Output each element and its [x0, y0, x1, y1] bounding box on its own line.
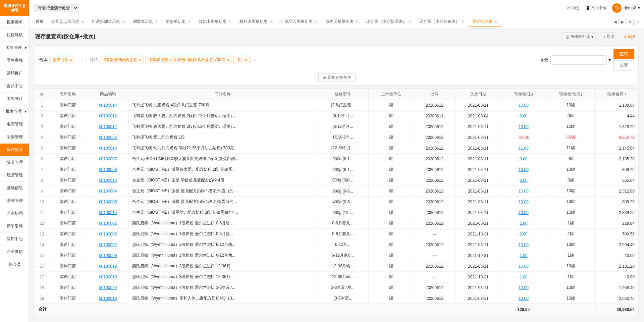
sidebar-item-operations[interactable]: 经营管理 — [0, 169, 29, 182]
row-qty-main[interactable]: 1.00 — [501, 272, 546, 282]
export-button[interactable]: ↑ 导出 — [600, 32, 618, 41]
tab-close-product_in[interactable]: ✕ — [314, 19, 318, 24]
sidebar-item-retail_shop[interactable]: 零售商城 — [0, 54, 29, 67]
sidebar-item-vip[interactable]: 畅会员 — [0, 258, 29, 271]
tab-close-other_out[interactable]: ✕ — [228, 19, 232, 24]
tab-unpack[interactable]: 组装拆卸单历史✕ — [89, 17, 129, 27]
amount-info-icon[interactable]: ℹ — [625, 92, 626, 96]
row-qty-main[interactable]: 9.00 — [501, 154, 546, 164]
tab-home[interactable]: 首页 — [32, 17, 47, 27]
sidebar-item-stats[interactable]: 零售统计 — [0, 93, 29, 105]
sidebar-item-system[interactable]: 系统管理 — [0, 195, 29, 207]
tab-inventory_status[interactable]: 现存量（库存状况表）✕ — [363, 17, 415, 27]
row-code[interactable]: 00100012 — [87, 111, 129, 121]
product-tag-2[interactable]: 飞...✕ — [233, 56, 251, 64]
row-qty-main[interactable]: 10.00 — [501, 239, 546, 250]
tab-maximize[interactable]: ⤢ — [634, 19, 641, 25]
tab-batch_ledger[interactable]: 库存批次账✕ — [469, 17, 501, 27]
tab-close-batch_ledger[interactable]: ✕ — [494, 19, 498, 24]
row-qty-main[interactable]: 3.00 — [501, 175, 546, 186]
row-qty-main[interactable]: 1.00 — [501, 218, 546, 229]
row-code[interactable]: 00100002 — [87, 239, 129, 250]
row-code[interactable]: 00100002 — [87, 218, 129, 229]
warehouse-tag[interactable]: 南岸门店 ✕ — [49, 56, 75, 64]
sidebar-item-wholesale[interactable]: 批发管理▾ — [0, 105, 29, 118]
refresh-button[interactable]: ↺ 刷新 — [621, 33, 639, 41]
row-qty-main[interactable]: 11.00 — [501, 143, 546, 154]
row-qty-main[interactable]: 10.00 — [501, 197, 546, 207]
row-code[interactable]: 00100016 — [87, 175, 129, 186]
warehouse-remove-icon[interactable]: ✕ — [69, 58, 72, 62]
row-code[interactable]: 00100015 — [87, 207, 129, 218]
row-qty-main[interactable]: 10.00 — [501, 121, 546, 132]
product-tag-0[interactable]: 飞鹤奶粉3段两提装✕ — [100, 56, 144, 64]
row-qty-main[interactable]: 10.00 — [501, 100, 546, 111]
color-input[interactable] — [550, 55, 607, 65]
tab-other_out[interactable]: 其他出库单历史✕ — [195, 17, 235, 27]
row-code[interactable]: 00100008 — [87, 164, 129, 175]
row-code[interactable]: 00100019 — [87, 261, 129, 272]
sidebar-item-corp[interactable]: 企业协同 — [0, 207, 29, 220]
user-menu[interactable]: Ea demo2 ▾ — [612, 3, 640, 13]
tab-close-transfer[interactable]: ✕ — [154, 19, 158, 24]
tab-close-distribute[interactable]: ✕ — [80, 19, 85, 24]
sidebar-item-basic[interactable]: 基础信息 — [0, 182, 29, 195]
tab-transfer[interactable]: 调拨单历史✕ — [129, 17, 162, 27]
app-download-button[interactable]: 📱 App下载 — [585, 5, 607, 11]
row-qty-main[interactable]: 10.00 — [501, 261, 546, 272]
row-code[interactable]: 00100012 — [87, 121, 129, 132]
product-more-button[interactable]: ··· — [253, 57, 259, 63]
sidebar-item-purchase[interactable]: 采购管理 — [0, 131, 29, 144]
account-selector[interactable]: 母婴行业演示账套 — [34, 4, 78, 12]
row-code[interactable]: 00100007 — [87, 154, 129, 164]
sidebar-item-inventory[interactable]: 库存核算 — [0, 144, 29, 156]
row-qty-main[interactable]: -39.00 — [501, 132, 546, 143]
message-button[interactable]: ✉ 消息 — [567, 5, 580, 11]
tab-cost_adjust[interactable]: 成本调整单历史✕ — [322, 17, 362, 27]
sidebar-item-retail[interactable]: 零售管理▾ — [0, 42, 29, 54]
tab-close-current[interactable]: ✕ — [627, 19, 634, 25]
sidebar-item-appstore[interactable]: 应用中心 — [0, 233, 29, 246]
sidebar-item-shortcut[interactable]: 快捷导航 — [0, 29, 29, 42]
row-qty-main[interactable]: 10.00 — [501, 282, 546, 293]
tab-close-material_out[interactable]: ✕ — [269, 19, 273, 24]
row-code[interactable]: 00100003 — [87, 132, 129, 143]
row-qty-main[interactable]: 10.00 — [501, 207, 546, 218]
product-tag-1[interactable]: 飞鹤星飞帆 儿童奶粉 4段(3-6岁适用) 700克✕ — [145, 56, 232, 64]
product-tag-remove-2[interactable]: ✕ — [245, 58, 248, 62]
row-qty-main[interactable]: 10.00 — [501, 186, 546, 197]
sidebar-item-corpwx[interactable]: 企业微信 — [0, 246, 29, 258]
tab-material_out[interactable]: 材料出库单历史✕ — [236, 17, 276, 27]
row-qty-main[interactable]: 10.00 — [501, 293, 546, 304]
query-button[interactable]: 查询 — [613, 49, 634, 59]
row-code[interactable]: 00100018 — [87, 293, 129, 304]
row-code[interactable]: 00100019 — [87, 272, 129, 282]
settings-icon[interactable]: ⚙ — [40, 92, 44, 97]
row-code[interactable]: 00100014 — [87, 100, 129, 111]
template-print-button[interactable]: 🖨 按模板打印 ▾ — [561, 32, 597, 41]
sidebar-item-marketing[interactable]: 营销推广 — [0, 67, 29, 80]
row-code[interactable]: 00100004 — [87, 186, 129, 197]
tab-product_in[interactable]: 产成品入库单历史✕ — [277, 17, 321, 27]
tab-close-inventory_status[interactable]: ✕ — [408, 19, 412, 24]
tab-close-unpack[interactable]: ✕ — [121, 19, 125, 24]
product-tag-remove-1[interactable]: ✕ — [226, 58, 229, 62]
sidebar-item-finance[interactable]: 资金管理 — [0, 156, 29, 169]
product-tag-remove-0[interactable]: ✕ — [138, 58, 141, 62]
tab-demand[interactable]: 要货单历史✕ — [162, 17, 195, 27]
row-code[interactable]: 00100013 — [87, 143, 129, 154]
tab-close-inventory_dist[interactable]: ✕ — [461, 19, 465, 24]
setting-button[interactable]: 设置 — [613, 60, 634, 71]
row-qty-main[interactable]: 0.00 — [501, 111, 546, 121]
row-code[interactable]: 00100009 — [87, 250, 129, 261]
expand-button[interactable]: ⊕ 展开更多条件 — [318, 73, 356, 82]
sidebar-item-newbie[interactable]: 新手引导 — [0, 220, 29, 233]
tab-inventory_dist[interactable]: 现存量（库存分布表）✕ — [416, 17, 468, 27]
row-qty-main[interactable]: 10.00 — [501, 164, 546, 175]
tab-scroll-right[interactable]: ▶ — [619, 19, 626, 25]
sidebar-item-member[interactable]: 会员中心 — [0, 80, 29, 93]
tab-scroll-left[interactable]: ◀ — [612, 19, 619, 25]
row-code[interactable]: 00100002 — [87, 229, 129, 239]
warehouse-more-button[interactable]: ··· — [77, 57, 83, 63]
sidebar-item-ecommerce[interactable]: 电商管理 — [0, 118, 29, 131]
